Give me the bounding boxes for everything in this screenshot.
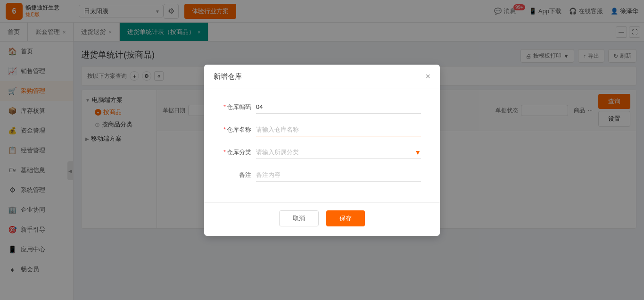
category-chevron-icon: ▼ (414, 149, 421, 156)
modal-body: *仓库编码 *仓库名称 *仓库分类 ▼ (204, 89, 440, 202)
form-row-name: *仓库名称 (223, 123, 421, 136)
save-button[interactable]: 保存 (326, 210, 365, 226)
cancel-button[interactable]: 取消 (279, 210, 319, 226)
modal-title: 新增仓库 (214, 72, 242, 81)
name-label: *仓库名称 (223, 125, 256, 134)
category-select-wrap: ▼ (256, 146, 421, 159)
form-row-category: *仓库分类 ▼ (223, 146, 421, 159)
note-label: 备注 (223, 171, 256, 179)
modal-footer: 取消 保存 (204, 202, 440, 236)
category-label: *仓库分类 (223, 148, 256, 157)
add-warehouse-modal: 新增仓库 × *仓库编码 *仓库名称 *仓库分类 (204, 65, 440, 236)
form-row-note: 备注 (223, 168, 421, 182)
code-label: *仓库编码 (223, 103, 256, 111)
modal-overlay[interactable]: 新增仓库 × *仓库编码 *仓库名称 *仓库分类 (0, 0, 644, 300)
modal-header: 新增仓库 × (204, 65, 440, 89)
note-input[interactable] (256, 168, 421, 182)
category-input[interactable] (256, 146, 421, 159)
modal-close-btn[interactable]: × (425, 72, 430, 81)
form-row-code: *仓库编码 (223, 100, 421, 114)
name-input[interactable] (256, 123, 421, 136)
code-input[interactable] (256, 100, 421, 114)
